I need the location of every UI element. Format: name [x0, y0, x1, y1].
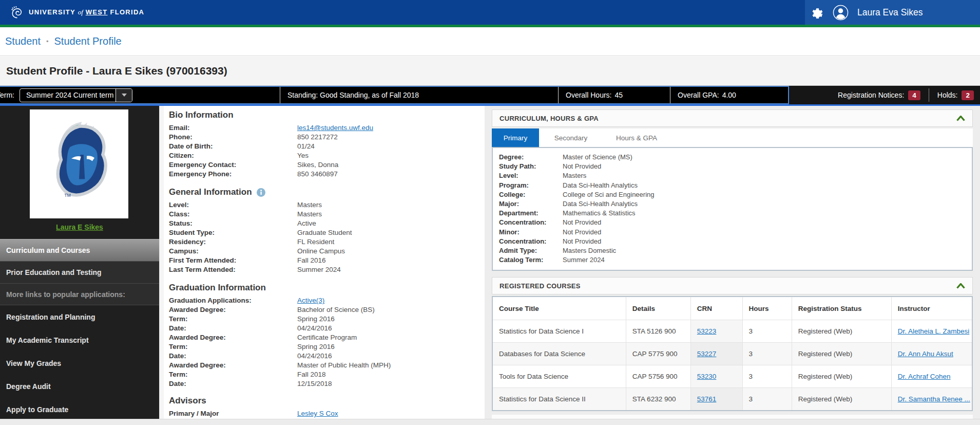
overall-hours: Overall Hours: 45	[558, 87, 670, 103]
registered-courses-panel-header: REGISTERED COURSES	[492, 277, 973, 294]
registered-courses-panel-title: REGISTERED COURSES	[499, 282, 581, 290]
term-select-arrow-button[interactable]	[116, 89, 132, 102]
info-row: Graduation Applications:Active(3)	[169, 296, 485, 305]
info-row: Awarded Degree:Master of Public Health (…	[169, 361, 485, 370]
info-icon[interactable]	[257, 188, 265, 197]
graduation-information-heading: Graduation Information	[169, 283, 485, 293]
tab-hours-gpa[interactable]: Hours & GPA	[603, 128, 670, 147]
tab-secondary[interactable]: Secondary	[539, 128, 603, 147]
column-header-course-title[interactable]: Course Title	[493, 297, 626, 320]
info-row: Phone:850 2217272	[169, 133, 485, 142]
holds-badge[interactable]: 2	[962, 90, 974, 100]
sidebar-item-prior-education-and-testing[interactable]: Prior Education and Testing	[0, 261, 159, 283]
term-select-dropdown[interactable]: Summer 2024 Current term	[20, 88, 132, 102]
settings-gear-icon[interactable]	[811, 6, 824, 19]
info-row: Level:Masters	[169, 200, 485, 210]
sidebar-item-registration-and-planning[interactable]: Registration and Planning	[0, 305, 159, 328]
info-row: First Term Attended:Fall 2016	[169, 256, 485, 265]
right-panels-column: CURRICULUM, HOURS & GPA Primary Secondar…	[485, 106, 980, 425]
registered-courses-table-box: Course Title Details CRN Hours Registrat…	[492, 296, 973, 411]
student-photo: TM	[30, 109, 128, 218]
sidebar-item-apply-to-graduate[interactable]: Apply to Graduate	[0, 398, 159, 421]
info-row: Class:Masters	[169, 210, 485, 219]
instructor-link[interactable]: Dr. Ann Ahu Aksut	[898, 350, 953, 358]
crn-link[interactable]: 53223	[697, 327, 717, 335]
info-row: Citizen:Yes	[169, 151, 485, 160]
advisors-heading: Advisors	[169, 396, 485, 406]
registration-notices-badge[interactable]: 4	[908, 90, 920, 100]
column-header-hours[interactable]: Hours	[742, 297, 792, 320]
curriculum-collapse-button[interactable]	[956, 116, 965, 121]
student-info-column: Bio Information Email:les14@students.uwf…	[164, 106, 485, 425]
info-row: Campus:Online Campus	[169, 247, 485, 256]
table-row: Tools for Data Science CAP 5756 900 5323…	[493, 365, 972, 387]
curriculum-details-box: Degree:Master of Science (MS) Study Path…	[492, 147, 973, 271]
sidebar-item-view-my-grades[interactable]: View My Grades	[0, 352, 159, 375]
brand-text: UNIVERSITY of WEST FLORIDA	[29, 8, 144, 16]
breadcrumb-student-profile-link[interactable]: Student Profile	[54, 35, 122, 47]
vertical-divider	[929, 88, 929, 102]
column-header-instructor[interactable]: Instructor	[891, 297, 972, 320]
table-row: Statistics for Data Science I STA 5126 9…	[493, 320, 972, 342]
user-avatar-icon[interactable]	[833, 5, 849, 21]
sidebar-scrollbar[interactable]	[159, 106, 164, 419]
primary-advisor-link[interactable]: Lesley S Cox	[297, 409, 338, 418]
term-status-group: Term: Summer 2024 Current term Standing:…	[0, 86, 789, 104]
standing-status: Standing: Good Standing, as of Fall 2018	[280, 87, 558, 103]
column-header-crn[interactable]: CRN	[690, 297, 742, 320]
instructor-link[interactable]: Dr. Achraf Cohen	[898, 373, 951, 380]
breadcrumb-student-link[interactable]: Student	[5, 35, 41, 47]
info-row: Status:Active	[169, 219, 485, 228]
info-row: Student Type:Graduate Student	[169, 228, 485, 237]
instructor-link[interactable]: Dr. Aletheia L. Zambesi	[898, 327, 970, 335]
title-band: Student Profile - Laura E Sikes (9700163…	[0, 57, 980, 86]
sidebar-item-more-links-header: More links to popular applications:	[0, 283, 159, 305]
info-row: Residency:FL Resident	[169, 237, 485, 247]
info-row: Last Term Attended:Summer 2024	[169, 265, 485, 274]
overall-gpa: Overall GPA: 4.00	[670, 87, 788, 103]
student-name-link[interactable]: Laura E Sikes	[0, 223, 159, 231]
info-row: Date:12/15/2018	[169, 379, 485, 389]
student-sidebar: TM Laura E Sikes Curriculum and Courses …	[0, 106, 159, 425]
sidebar-item-my-academic-transcript[interactable]: My Academic Transcript	[0, 328, 159, 352]
curriculum-panel-header: CURRICULUM, HOURS & GPA	[492, 109, 973, 127]
info-row: Term:Spring 2016	[169, 315, 485, 324]
curriculum-tabs: Primary Secondary Hours & GPA	[492, 128, 973, 147]
graduation-applications-link[interactable]: Active(3)	[297, 296, 324, 305]
table-row: Databases for Data Science CAP 5775 900 …	[493, 342, 972, 365]
chevron-up-icon	[956, 116, 965, 121]
sidebar-item-degree-audit[interactable]: Degree Audit	[0, 375, 159, 398]
general-information-heading: General Information	[169, 187, 485, 197]
email-link[interactable]: les14@students.uwf.edu	[297, 123, 373, 133]
crn-link[interactable]: 53230	[697, 373, 717, 380]
chevron-up-icon	[956, 283, 965, 289]
notices-holds-section: Registration Notices: 4 Holds: 2	[789, 86, 980, 104]
registered-courses-table: Course Title Details CRN Hours Registrat…	[493, 297, 972, 410]
horizontal-scrollbar-track[interactable]	[0, 419, 980, 425]
breadcrumb: Student • Student Profile	[0, 27, 980, 56]
info-row: Awarded Degree:Bachelor of Science (BS)	[169, 305, 485, 315]
registered-courses-collapse-button[interactable]	[956, 283, 965, 289]
info-row: Primary / MajorLesley S Cox	[169, 409, 485, 418]
crn-link[interactable]: 53761	[697, 395, 717, 403]
bio-information-heading: Bio Information	[169, 110, 485, 120]
uwf-logo[interactable]: UNIVERSITY of WEST FLORIDA	[0, 6, 144, 20]
svg-text:TM: TM	[64, 193, 71, 198]
crn-link[interactable]: 53227	[697, 350, 717, 358]
holds-label: Holds:	[937, 91, 958, 99]
term-status-bar: Term: Summer 2024 Current term Standing:…	[0, 86, 980, 106]
term-label: Term:	[0, 91, 14, 99]
curriculum-panel-title: CURRICULUM, HOURS & GPA	[499, 115, 599, 122]
info-row: Date:04/24/2016	[169, 352, 485, 361]
column-header-details[interactable]: Details	[626, 297, 690, 320]
user-menu[interactable]: Laura Eva Sikes	[857, 7, 923, 18]
argonaut-mascot-logo: TM	[41, 117, 118, 211]
info-row: Date:04/24/2016	[169, 324, 485, 333]
column-header-registration-status[interactable]: Registration Status	[792, 297, 891, 320]
instructor-link[interactable]: Dr. Samantha Renee ...	[898, 395, 970, 403]
tab-primary[interactable]: Primary	[492, 128, 539, 147]
sidebar-menu: Curriculum and Courses Prior Education a…	[0, 239, 159, 421]
header-user-area: Laura Eva Sikes	[805, 0, 980, 25]
info-row: Awarded Degree:Certificate Program	[169, 333, 485, 342]
sidebar-item-curriculum-and-courses[interactable]: Curriculum and Courses	[0, 239, 159, 261]
